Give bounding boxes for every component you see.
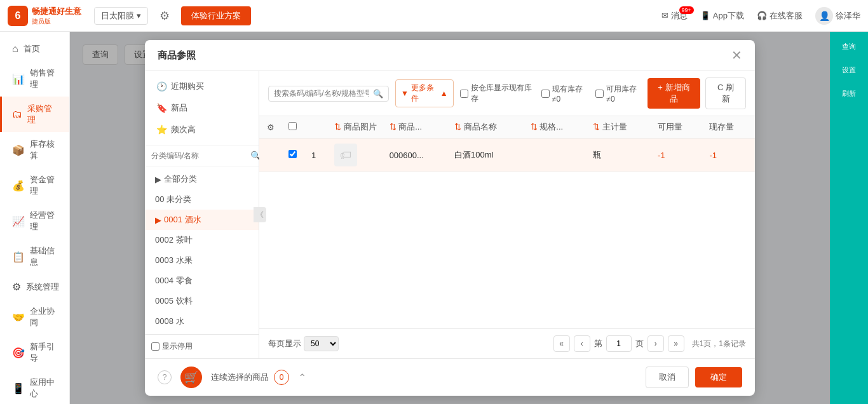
current-stock-input[interactable] — [541, 90, 550, 98]
page-number-input[interactable] — [606, 335, 632, 352]
category-fruit[interactable]: 0003 水果 — [145, 250, 259, 271]
warehouse-stock-checkbox[interactable]: 按仓库显示现有库存 — [460, 83, 532, 104]
row-checkbox[interactable] — [288, 150, 297, 158]
product-search-bar: 🔍 — [268, 86, 389, 102]
sidebar-item-purchase[interactable]: 🗂 采购管理 — [0, 97, 69, 132]
store-selector[interactable]: 日太阳膜 ▾ — [94, 7, 148, 25]
row-check[interactable] — [282, 138, 305, 172]
collapse-up-icon[interactable]: ⌃ — [298, 372, 306, 384]
sidebar-item-enterprise[interactable]: 🤝 企业协同 — [0, 299, 69, 335]
category-uncategorized[interactable]: 00 未分类 — [145, 189, 259, 210]
category-search-input[interactable] — [151, 151, 247, 160]
current-stock-checkbox[interactable]: 现有库存≠0 — [541, 84, 587, 104]
modal-footer: ? 🛒 连续选择的商品 0 ⌃ 取消 确定 — [145, 358, 755, 396]
modal-body: 🕐 近期购买 🔖 新品 ⭐ 频次高 — [145, 71, 755, 358]
help-button[interactable]: ? — [158, 370, 172, 384]
modal-title: 商品参照 — [158, 50, 196, 62]
category-snack[interactable]: 0004 零食 — [145, 271, 259, 291]
filter-icon: ▼ — [401, 89, 409, 98]
table-row[interactable]: 1 🏷 000600... 白酒100ml 瓶 -1 — [259, 138, 755, 172]
app-download-button[interactable]: 📱 App下载 — [700, 10, 744, 22]
finance-icon: 💰 — [12, 180, 25, 192]
col-code-header[interactable]: ⇅ 商品... — [383, 116, 448, 138]
pagination-nav: « ‹ 第 页 › » 共1页，1条记录 — [553, 335, 746, 352]
right-refresh-button[interactable]: 刷新 — [830, 85, 868, 102]
phone-icon: 📱 — [700, 11, 710, 20]
category-drink[interactable]: 0005 饮料 — [145, 291, 259, 311]
sidebar-collapse-button[interactable]: 《 — [254, 207, 266, 222]
col-name-header[interactable]: ⇅ 商品名称 — [448, 116, 524, 138]
sidebar-item-basic-info[interactable]: 📋 基础信息 — [0, 239, 69, 274]
pagination: 每页显示 50 100 200 « ‹ 第 — [259, 328, 755, 358]
sidebar-item-sales[interactable]: 📊 销售管理 — [0, 61, 69, 97]
category-all[interactable]: ▶ 全部分类 — [145, 169, 259, 189]
online-service-button[interactable]: 🎧 在线客服 — [757, 10, 803, 22]
row-name: 白酒100ml — [448, 138, 524, 172]
quick-filter-frequent[interactable]: ⭐ 频次高 — [151, 121, 252, 138]
sidebar-item-app[interactable]: 📱 应用中心 — [0, 370, 69, 404]
logo: 6 畅捷通好生意 捷员版 — [8, 6, 81, 26]
star-icon: ⭐ — [156, 125, 167, 135]
available-stock-input[interactable] — [595, 90, 604, 98]
modal-sidebar-footer: 显示停用 — [145, 334, 259, 358]
modal-close-button[interactable]: ✕ — [731, 49, 742, 62]
quick-filter-recent[interactable]: 🕐 近期购买 — [151, 77, 252, 95]
per-page-dropdown[interactable]: 50 100 200 — [304, 336, 339, 351]
sidebar-item-guide[interactable]: 🎯 新手引导 — [0, 335, 69, 370]
col-num — [305, 116, 328, 138]
code-sort-icon: ⇅ — [390, 122, 397, 131]
more-filter-button[interactable]: ▼ 更多条件 ▲ — [395, 79, 454, 107]
search-magnify-icon: 🔍 — [373, 89, 383, 98]
cart-button[interactable]: 🛒 — [180, 367, 202, 388]
col-check[interactable] — [282, 116, 305, 138]
message-badge: 99+ — [679, 6, 694, 14]
page-total-info: 共1页，1条记录 — [692, 339, 746, 349]
product-search-input[interactable] — [274, 89, 369, 98]
category-wine[interactable]: ▶ 0001 酒水 — [145, 210, 259, 230]
available-stock-checkbox[interactable]: 可用库存≠0 — [595, 84, 641, 104]
product-reference-modal: 商品参照 ✕ 🕐 近期购买 🔖 — [145, 40, 755, 396]
inventory-icon: 📦 — [12, 144, 25, 156]
sidebar-item-home[interactable]: ⌂ 首页 — [0, 37, 69, 61]
messages-button[interactable]: ✉ 消息 99+ — [661, 10, 688, 22]
confirm-button[interactable]: 确定 — [695, 367, 742, 387]
right-settings-button[interactable]: 设置 — [830, 62, 868, 79]
name-sort-icon: ⇅ — [454, 122, 461, 131]
page-last-button[interactable]: » — [668, 335, 684, 352]
show-disabled-input[interactable] — [151, 342, 159, 351]
category-water[interactable]: 0008 水 — [145, 311, 259, 332]
col-spec-header[interactable]: ⇅ 规格... — [524, 116, 587, 138]
category-tea[interactable]: 0002 茶叶 — [145, 230, 259, 250]
col-available-header[interactable]: 可用量 — [651, 116, 703, 138]
filter-checkboxes: 按仓库显示现有库存 现有库存≠0 可用库存≠0 — [460, 83, 641, 104]
sidebar-item-system[interactable]: ⚙ 系统管理 — [0, 274, 69, 299]
select-all-checkbox[interactable] — [288, 122, 297, 130]
col-unit-header[interactable]: ⇅ 主计量 — [587, 116, 651, 138]
right-query-button[interactable]: 查询 — [830, 38, 868, 55]
sidebar-item-finance[interactable]: 💰 资金管理 — [0, 168, 69, 203]
page-prev-button[interactable]: ‹ — [574, 335, 590, 352]
col-stock-header[interactable]: 现存量 — [703, 116, 755, 138]
col-settings[interactable]: ⚙ — [259, 116, 282, 138]
row-unit: 瓶 — [587, 138, 651, 172]
user-avatar[interactable]: 👤 徐泽华 — [815, 7, 860, 25]
category-search-box: 🔍 — [145, 145, 259, 166]
warehouse-stock-input[interactable] — [460, 90, 468, 98]
add-product-button[interactable]: + 新增商品 — [648, 78, 700, 109]
product-table: ⚙ ⇅ 商品图片 ⇅ — [259, 116, 755, 172]
page-next-button[interactable]: › — [648, 335, 664, 352]
sidebar-item-inventory[interactable]: 📦 库存核算 — [0, 132, 69, 168]
page-first-button[interactable]: « — [553, 335, 570, 352]
refresh-button[interactable]: C 刷新 — [705, 77, 746, 109]
modal-quick-filters: 🕐 近期购买 🔖 新品 ⭐ 频次高 — [145, 71, 259, 145]
filter-up-icon: ▲ — [440, 89, 448, 98]
home-icon: ⌂ — [12, 43, 18, 55]
trial-button[interactable]: 体验行业方案 — [181, 6, 251, 25]
guide-icon: 🎯 — [12, 347, 25, 359]
cancel-button[interactable]: 取消 — [646, 367, 689, 388]
modal-overlay: 商品参照 ✕ 🕐 近期购买 🔖 — [70, 32, 830, 404]
show-disabled-checkbox[interactable]: 显示停用 — [151, 341, 193, 352]
quick-filter-new[interactable]: 🔖 新品 — [151, 99, 252, 117]
sidebar-item-operations[interactable]: 📈 经营管理 — [0, 203, 69, 239]
settings-icon[interactable]: ⚙ — [154, 6, 175, 26]
